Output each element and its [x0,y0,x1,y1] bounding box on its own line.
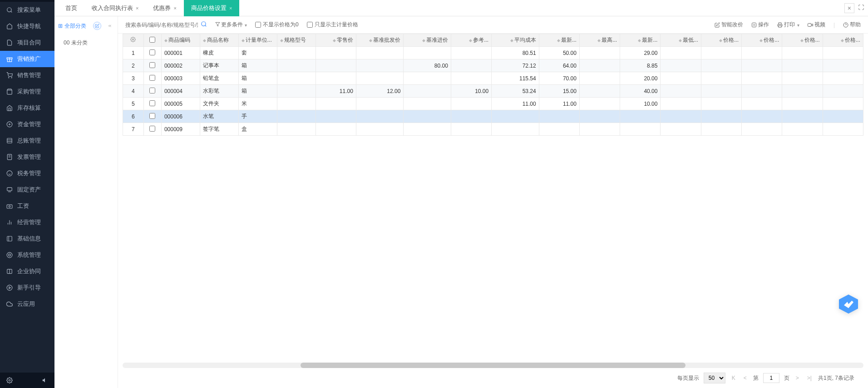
search-input[interactable] [125,22,198,28]
column-header-6[interactable]: ◆零售价 [316,34,356,47]
column-header-0[interactable] [123,34,144,47]
last-page-button[interactable]: >| [805,375,814,381]
hide-zero-checkbox[interactable]: 不显示价格为0 [255,21,299,29]
print-button[interactable]: 打印 [777,21,799,29]
edit-category-icon[interactable] [93,22,101,30]
sidebar-item-18[interactable]: 云应用 [0,296,54,312]
cell [492,110,539,123]
row-checkbox[interactable] [149,100,155,106]
sidebar-item-label: 工资 [17,202,29,210]
sidebar-item-13[interactable]: 经营管理 [0,214,54,231]
sidebar-item-1[interactable]: 快捷导航 [0,18,54,34]
tab-label: 收入合同执行表 [92,4,133,12]
gear-icon[interactable] [130,37,136,44]
all-categories-button[interactable]: ⊞ 全部分类 [58,22,86,30]
tab-close-icon[interactable]: × [173,5,176,11]
table-row[interactable]: 6000006水笔手 [123,110,863,123]
sidebar-item-6[interactable]: 库存核算 [0,100,54,116]
assistant-widget[interactable] [837,293,860,315]
close-all-tabs-button[interactable]: × [844,3,854,13]
table-row[interactable]: 5000005文件夹米11.0011.0010.00 [123,98,863,110]
sidebar-item-10[interactable]: 税务管理 [0,165,54,182]
fullscreen-icon[interactable] [858,4,864,12]
sidebar-item-3[interactable]: 营销推广 [0,51,54,67]
cell [316,72,356,85]
svg-rect-19 [7,205,12,208]
more-conditions-button[interactable]: 更多条件 [215,21,247,29]
table-row[interactable]: 2000002记事本箱80.0072.1264.008.85 [123,59,863,72]
only-main-unit-checkbox[interactable]: 只显示主计量价格 [307,21,358,29]
video-button[interactable]: 视频 [808,21,825,29]
sidebar-item-14[interactable]: 基础信息 [0,231,54,247]
column-header-7[interactable]: ◆基准批发价 [356,34,404,47]
tab-3[interactable]: 商品价格设置× [184,0,239,16]
first-page-button[interactable]: K [730,375,737,381]
horizontal-scrollbar[interactable] [123,363,863,368]
cell: 2 [123,59,144,72]
column-header-3[interactable]: ◆商品名称 [200,34,238,47]
tab-0[interactable]: 首页 [58,0,84,16]
page-input[interactable] [763,373,779,383]
sidebar-item-17[interactable]: 新手引导 [0,280,54,296]
column-header-17[interactable]: ◆价格... [782,34,823,47]
help-button[interactable]: 帮助 [843,21,861,29]
prev-page-button[interactable]: < [742,375,749,381]
tab-close-icon[interactable]: × [136,5,138,11]
sidebar-item-0[interactable]: 搜索菜单 [0,2,54,18]
search-icon[interactable] [201,21,207,29]
sidebar-item-2[interactable]: 项目合同 [0,34,54,51]
select-all-checkbox[interactable] [149,37,155,43]
column-header-11[interactable]: ◆最新... [539,34,579,47]
cell: 10.00 [451,85,491,98]
column-header-2[interactable]: ◆商品编码 [161,34,200,47]
column-header-9[interactable]: ◆参考... [451,34,491,47]
sidebar-item-16[interactable]: 企业协同 [0,263,54,280]
smart-price-button[interactable]: 智能改价 [715,21,743,29]
row-checkbox[interactable] [149,49,155,55]
column-header-8[interactable]: ◆基准进价 [404,34,451,47]
sidebar-item-11[interactable]: 固定资产 [0,182,54,198]
table-row[interactable]: 7000009签字笔盒 [123,123,863,136]
column-header-13[interactable]: ◆最新... [620,34,661,47]
column-header-18[interactable]: ◆价格... [823,34,863,47]
next-page-button[interactable]: > [794,375,801,381]
per-page-select[interactable]: 50 [704,373,725,383]
sidebar-item-9[interactable]: 发票管理 [0,149,54,165]
sidebar-item-12[interactable]: 工资 [0,198,54,214]
column-header-1[interactable] [143,34,161,47]
row-checkbox[interactable] [149,113,155,119]
table-row[interactable]: 1000001橡皮套80.5150.0029.00 [123,47,863,59]
category-item[interactable]: 00 未分类 [58,37,114,49]
column-header-15[interactable]: ◆价格... [701,34,741,47]
row-checkbox[interactable] [149,126,155,132]
sort-icon: ◆ [469,38,472,43]
tab-close-icon[interactable]: × [229,5,232,11]
sound-icon[interactable] [42,377,48,383]
cell [742,72,782,85]
operate-button[interactable]: 操作 [751,21,769,29]
sidebar-item-8[interactable]: 总账管理 [0,133,54,149]
settings-icon[interactable] [6,377,13,383]
sidebar-item-15[interactable]: 系统管理 [0,247,54,263]
column-header-14[interactable]: ◆最低... [661,34,701,47]
column-header-4[interactable]: ◆计量单位... [238,34,277,47]
row-checkbox[interactable] [149,75,155,81]
column-header-16[interactable]: ◆价格... [742,34,782,47]
table-row[interactable]: 4000004水彩笔箱11.0012.0010.0053.2415.0040.0… [123,85,863,98]
tab-1[interactable]: 收入合同执行表× [84,0,146,16]
collapse-panel-icon[interactable] [106,22,114,30]
cell: 64.00 [539,59,579,72]
sidebar-item-5[interactable]: 采购管理 [0,83,54,100]
cell: 6 [123,110,144,123]
cell [823,59,863,72]
column-header-5[interactable]: ◆规格型号 [277,34,316,47]
tab-2[interactable]: 优惠券× [146,0,183,16]
column-header-12[interactable]: ◆最高... [579,34,620,47]
table-row[interactable]: 3000003铅笔盒箱115.5470.0020.00 [123,72,863,85]
row-checkbox[interactable] [149,62,155,68]
row-checkbox[interactable] [149,88,155,93]
data-table-wrap: ◆商品编码◆商品名称◆计量单位...◆规格型号◆零售价◆基准批发价◆基准进价◆参… [118,34,868,361]
sidebar-item-4[interactable]: 销售管理 [0,67,54,83]
sidebar-item-7[interactable]: 资金管理 [0,116,54,133]
column-header-10[interactable]: ◆平均成本 [492,34,539,47]
